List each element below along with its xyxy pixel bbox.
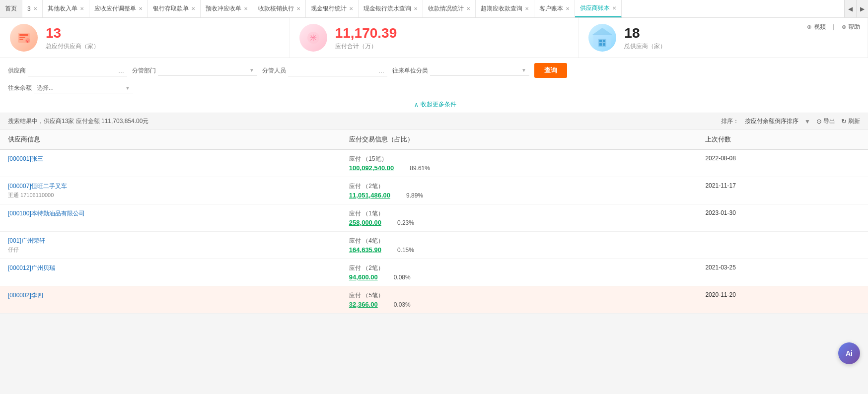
- supplier-link[interactable]: [001]广州荣轩: [8, 237, 45, 244]
- nav-overdue[interactable]: 超期应收款查询 ✕: [476, 0, 534, 17]
- person-input[interactable]: [291, 67, 378, 74]
- balance-input[interactable]: [37, 84, 125, 91]
- payable-suppliers-icon: ¥: [10, 24, 38, 52]
- last-payment-date: 2023-01-30: [705, 209, 735, 216]
- nav-cashstat[interactable]: 现金银行统计 ✕: [306, 0, 359, 17]
- close-custledger[interactable]: ✕: [566, 6, 570, 11]
- last-payment-cell: 2020-11-20: [697, 286, 868, 314]
- nav-verify[interactable]: 收款核销执行 ✕: [253, 0, 306, 17]
- supplier-link[interactable]: [000007]恒旺二手叉车: [8, 183, 67, 190]
- close-receiptstat[interactable]: ✕: [466, 6, 470, 11]
- nav-prev-arrow[interactable]: ◀: [844, 0, 856, 18]
- close-tab3[interactable]: ✕: [33, 6, 37, 11]
- supplier-info-cell: [000012]广州贝瑞: [0, 259, 341, 286]
- payable-amount-link[interactable]: 94,600.00: [349, 273, 378, 281]
- filter-area: 供应商 ... 分管部门 ▼ 分管人员 ... 往来单位分类: [0, 58, 868, 113]
- supplier-info-cell: [000001]张三: [0, 149, 341, 177]
- dept-chevron-icon[interactable]: ▼: [249, 67, 254, 73]
- nav-bank[interactable]: 银行存取款单 ✕: [148, 0, 201, 17]
- close-cashstat[interactable]: ✕: [349, 6, 353, 11]
- nav-home[interactable]: 首页: [0, 0, 22, 17]
- nav-custledger[interactable]: 客户账本 ✕: [534, 0, 575, 17]
- payable-amount-link[interactable]: 164,635.90: [349, 246, 381, 254]
- nav-prepay[interactable]: 预收冲应收单 ✕: [201, 0, 253, 17]
- sort-chevron-icon[interactable]: ▼: [804, 118, 810, 125]
- category-chevron-icon[interactable]: ▼: [521, 67, 526, 73]
- stats-bar: ¥ 13 总应付供应商（家） 米 11,170.39 应付合计（万）: [0, 18, 868, 58]
- result-actions: 排序： 按应付余额倒序排序 ▼ ⊙ 导出 ↻ 刷新: [721, 117, 860, 126]
- category-input[interactable]: [433, 67, 521, 74]
- sort-value[interactable]: 按应付余额倒序排序: [745, 117, 798, 126]
- dept-input[interactable]: [161, 67, 249, 74]
- table-row: [000002]李四 应付 （5笔） 32,366.00 0.03% 2020-…: [0, 286, 868, 314]
- refresh-btn[interactable]: ↻ 刷新: [841, 117, 860, 126]
- close-bank[interactable]: ✕: [191, 6, 195, 11]
- nav-receiptstat[interactable]: 收款情况统计 ✕: [423, 0, 476, 17]
- supplier-link[interactable]: [000012]广州贝瑞: [8, 264, 55, 271]
- nav-arrows: ◀ ▶: [844, 0, 868, 18]
- help-link[interactable]: ⊙ 帮助: [842, 23, 860, 31]
- table-row: [000007]恒旺二手叉车 王通 17106110000 应付 （2笔） 11…: [0, 177, 868, 204]
- stat-payable-suppliers-text: 13 总应付供应商（家）: [46, 25, 99, 51]
- payable-percentage: 89.61%: [410, 165, 430, 172]
- payable-label: 应付 （15笔）: [349, 155, 690, 163]
- last-payment-date: 2020-11-20: [705, 291, 735, 298]
- balance-filter-label: 往来余额: [8, 84, 32, 92]
- close-prepay[interactable]: ✕: [244, 6, 248, 11]
- last-payment-cell: [697, 232, 868, 259]
- supplier-dots-btn[interactable]: ...: [118, 66, 124, 74]
- payable-percentage: 0.15%: [397, 247, 414, 254]
- nav-income[interactable]: 其他收入单 ✕: [43, 0, 89, 17]
- filter-row-1: 供应商 ... 分管部门 ▼ 分管人员 ... 往来单位分类: [8, 63, 860, 78]
- close-income[interactable]: ✕: [80, 6, 84, 11]
- video-link[interactable]: ⊙ 视频: [807, 23, 825, 31]
- filter-dept: 分管部门 ▼: [132, 66, 257, 76]
- close-supplierledger[interactable]: ✕: [612, 5, 616, 11]
- supplier-filter-label: 供应商: [8, 66, 26, 75]
- nav-tab3[interactable]: 3 ✕: [22, 0, 43, 17]
- close-cashflow[interactable]: ✕: [414, 6, 418, 11]
- payable-label: 应付 （5笔）: [349, 291, 690, 300]
- supplier-link[interactable]: [000002]李四: [8, 292, 43, 299]
- supplier-table: 供应商信息 应付交易信息（占比） 上次付数 [000001]张三 应付 （15笔…: [0, 130, 868, 314]
- total-suppliers-icon: [588, 24, 616, 52]
- supplier-link[interactable]: [000001]张三: [8, 155, 43, 162]
- table-row: [001]广州荣轩 仔仔 应付 （4笔） 164,635.90 0.15%: [0, 232, 868, 259]
- balance-input-wrapper: ▼: [34, 83, 133, 93]
- last-payment-cell: 2021-11-17: [697, 177, 868, 204]
- payable-amount-link[interactable]: 258,000.00: [349, 219, 381, 226]
- collapse-filter-btn[interactable]: ∧ 收起更多条件: [8, 98, 860, 111]
- close-verify[interactable]: ✕: [296, 6, 300, 11]
- payable-label: 应付 （1笔）: [349, 209, 690, 218]
- payable-amount-link[interactable]: 11,051,486.00: [349, 192, 390, 199]
- col-header-last-payment: 上次付数: [697, 130, 868, 149]
- stats-top-right-links: ⊙ 视频 ｜ ⊙ 帮助: [807, 23, 860, 31]
- balance-chevron-icon[interactable]: ▼: [125, 85, 130, 91]
- payable-amount-link[interactable]: 32,366.00: [349, 301, 378, 308]
- query-button[interactable]: 查询: [534, 63, 567, 78]
- supplier-input[interactable]: [31, 67, 118, 74]
- sort-label: 排序：: [721, 117, 739, 126]
- payable-percentage: 0.08%: [394, 274, 411, 281]
- payable-amount-label: 应付合计（万）: [335, 42, 397, 51]
- nav-adjust[interactable]: 应收应付调整单 ✕: [89, 0, 148, 17]
- export-btn[interactable]: ⊙ 导出: [816, 117, 835, 126]
- payable-amount-icon: 米: [299, 24, 327, 52]
- svg-rect-1: [19, 34, 28, 36]
- close-overdue[interactable]: ✕: [525, 6, 529, 11]
- total-suppliers-label: 总供应商（家）: [624, 42, 666, 51]
- last-payment-cell: 2021-03-25: [697, 259, 868, 286]
- supplier-link[interactable]: [000100]本特勤油品有限公司: [8, 210, 85, 217]
- person-dots-btn[interactable]: ...: [378, 66, 384, 74]
- last-payment-date: 2021-11-17: [705, 182, 735, 189]
- filter-row-2: 往来余额 ▼: [8, 83, 860, 93]
- nav-supplierledger[interactable]: 供应商账本 ✕: [575, 0, 622, 17]
- top-navigation: 首页 3 ✕ 其他收入单 ✕ 应收应付调整单 ✕ 银行存取款单 ✕ 预收冲应收单…: [0, 0, 868, 18]
- payable-suppliers-count: 13: [46, 25, 99, 42]
- supplier-info-cell: [000002]李四: [0, 286, 341, 314]
- payable-amount-link[interactable]: 100,092,540.00: [349, 164, 394, 172]
- nav-next-arrow[interactable]: ▶: [856, 0, 868, 18]
- close-adjust[interactable]: ✕: [139, 6, 143, 11]
- refresh-icon: ↻: [841, 118, 847, 125]
- nav-cashflow[interactable]: 现金银行流水查询 ✕: [359, 0, 423, 17]
